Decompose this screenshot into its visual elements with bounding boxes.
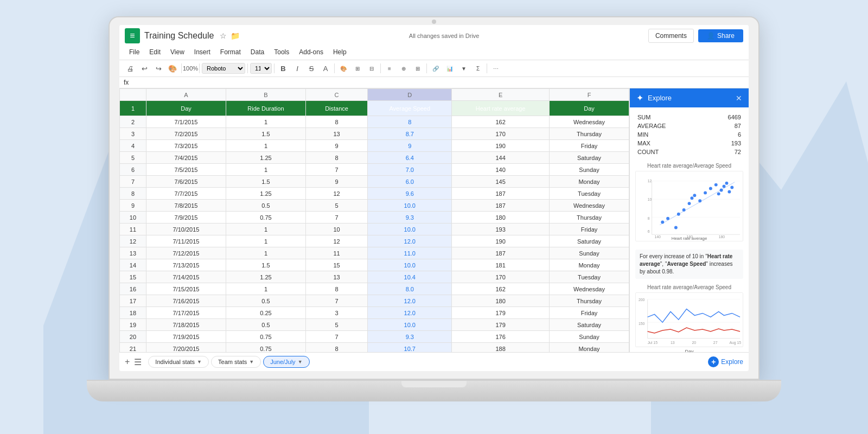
cell-heart-rate[interactable]: 190	[452, 235, 550, 247]
cell-avg-speed[interactable]: 6.4	[368, 152, 452, 164]
explore-bottom-button[interactable]: + Explore	[708, 356, 743, 367]
cell-date[interactable]: 7/3/2015	[146, 140, 226, 152]
cell-heart-rate[interactable]: 193	[452, 224, 550, 235]
cell-heart-rate[interactable]: 180	[452, 212, 550, 224]
cell-weekday[interactable]: Wednesday	[549, 116, 629, 128]
cell-date[interactable]: 7/18/2015	[146, 319, 226, 331]
cell-duration[interactable]: 0.5	[226, 200, 305, 212]
link-button[interactable]: 🔗	[429, 62, 442, 75]
menu-file[interactable]: File	[125, 47, 144, 58]
cell-avg-speed[interactable]: 7.0	[368, 164, 452, 176]
cell-duration[interactable]: 1.5	[226, 259, 305, 271]
cell-duration[interactable]: 0.5	[226, 319, 305, 331]
cell-heart-rate[interactable]: 176	[452, 331, 550, 343]
cell-heart-rate[interactable]: 140	[452, 164, 550, 176]
cell-avg-speed[interactable]: 12.0	[368, 235, 452, 247]
strikethrough-button[interactable]: S	[305, 62, 318, 75]
cell-avg-speed[interactable]: 9.3	[368, 212, 452, 224]
menu-data[interactable]: Data	[246, 47, 269, 58]
cell-distance[interactable]: 8	[305, 116, 367, 128]
cell-distance[interactable]: 11	[305, 247, 367, 259]
function-button[interactable]: Σ	[471, 62, 484, 75]
borders-button[interactable]: ⊞	[351, 62, 364, 75]
cell-date[interactable]: 7/12/2015	[146, 247, 226, 259]
tab-june-july[interactable]: June/July ▼	[263, 356, 309, 368]
cell-duration[interactable]: 1.25	[226, 188, 305, 200]
cell-weekday[interactable]: Thursday	[549, 128, 629, 140]
cell-date[interactable]: 7/4/2015	[146, 152, 226, 164]
cell-distance[interactable]: 8	[305, 152, 367, 164]
zoom-button[interactable]: 100%	[184, 62, 197, 75]
explore-close-button[interactable]: ✕	[736, 94, 742, 103]
cell-date[interactable]: 7/9/2015	[146, 212, 226, 224]
cell-weekday[interactable]: Friday	[549, 224, 629, 235]
cell-avg-speed[interactable]: 10.4	[368, 271, 452, 283]
formula-input[interactable]: Average Speed	[144, 79, 744, 86]
cell-weekday[interactable]: Monday	[549, 259, 629, 271]
cell-weekday[interactable]: Saturday	[549, 319, 629, 331]
cell-date[interactable]: 7/2/2015	[146, 128, 226, 140]
cell-distance[interactable]: 15	[305, 259, 367, 271]
cell-avg-speed[interactable]: 12.0	[368, 295, 452, 307]
paint-format-button[interactable]: 🎨	[166, 62, 179, 75]
font-size-selector[interactable]: 11	[250, 63, 272, 74]
cell-distance[interactable]: 7	[305, 164, 367, 176]
cell-distance[interactable]: 3	[305, 307, 367, 319]
cell-heart-rate[interactable]: 179	[452, 319, 550, 331]
cell-distance[interactable]: 10	[305, 224, 367, 235]
cell-date[interactable]: 7/14/2015	[146, 271, 226, 283]
cell-duration[interactable]: 1	[226, 164, 305, 176]
cell-distance[interactable]: 13	[305, 128, 367, 140]
cell-weekday[interactable]: Thursday	[549, 212, 629, 224]
fill-color-button[interactable]: 🎨	[337, 62, 350, 75]
star-icon[interactable]: ☆	[218, 31, 228, 41]
cell-avg-speed[interactable]: 10.0	[368, 319, 452, 331]
folder-icon[interactable]: 📁	[230, 31, 240, 41]
cell-avg-speed[interactable]: 10.7	[368, 343, 452, 353]
cell-weekday[interactable]: Friday	[549, 140, 629, 152]
cell-weekday[interactable]: Tuesday	[549, 271, 629, 283]
cell-heart-rate[interactable]: 162	[452, 283, 550, 295]
menu-format[interactable]: Format	[216, 47, 245, 58]
col-header-E[interactable]: E	[452, 89, 550, 101]
cell-duration[interactable]: 1	[226, 224, 305, 235]
cell-distance[interactable]: 7	[305, 212, 367, 224]
cell-weekday[interactable]: Wednesday	[549, 283, 629, 295]
align-left-button[interactable]: ≡	[383, 62, 396, 75]
cell-heart-rate[interactable]: 180	[452, 295, 550, 307]
cell-date[interactable]: 7/11/2015	[146, 235, 226, 247]
cell-heart-rate[interactable]: 181	[452, 259, 550, 271]
cell-avg-speed[interactable]: 9.3	[368, 331, 452, 343]
cell-duration[interactable]: 0.5	[226, 295, 305, 307]
bold-button[interactable]: B	[277, 62, 290, 75]
cell-avg-speed[interactable]: 9.6	[368, 188, 452, 200]
cell-avg-speed[interactable]: 6.0	[368, 176, 452, 188]
cell-heart-rate[interactable]: 170	[452, 271, 550, 283]
menu-addons[interactable]: Add-ons	[295, 47, 328, 58]
cell-duration[interactable]: 1	[226, 116, 305, 128]
undo-button[interactable]: ↩	[138, 62, 151, 75]
more-button[interactable]: ⋯	[489, 62, 502, 75]
tab-individual-stats[interactable]: Individual stats ▼	[148, 356, 209, 368]
filter-button[interactable]: ▼	[457, 62, 470, 75]
cell-duration[interactable]: 1	[226, 283, 305, 295]
font-selector[interactable]: Roboto	[202, 63, 245, 74]
add-sheet-button[interactable]: +	[125, 357, 130, 367]
cell-heart-rate[interactable]: 187	[452, 188, 550, 200]
col-header-C[interactable]: C	[305, 89, 367, 101]
cell-heart-rate[interactable]: 170	[452, 128, 550, 140]
col-header-F[interactable]: F	[549, 89, 629, 101]
cell-duration[interactable]: 1.5	[226, 176, 305, 188]
cell-duration[interactable]: 1.25	[226, 152, 305, 164]
cell-weekday[interactable]: Thursday	[549, 295, 629, 307]
cell-avg-speed[interactable]: 8.0	[368, 283, 452, 295]
chart-button[interactable]: 📊	[443, 62, 456, 75]
cell-weekday[interactable]: Monday	[549, 343, 629, 353]
cell-date[interactable]: 7/1/2015	[146, 116, 226, 128]
menu-edit[interactable]: Edit	[145, 47, 165, 58]
cell-distance[interactable]: 7	[305, 295, 367, 307]
comments-button[interactable]: Comments	[648, 29, 694, 43]
cell-weekday[interactable]: Friday	[549, 307, 629, 319]
cell-weekday[interactable]: Monday	[549, 176, 629, 188]
cell-date[interactable]: 7/6/2015	[146, 176, 226, 188]
